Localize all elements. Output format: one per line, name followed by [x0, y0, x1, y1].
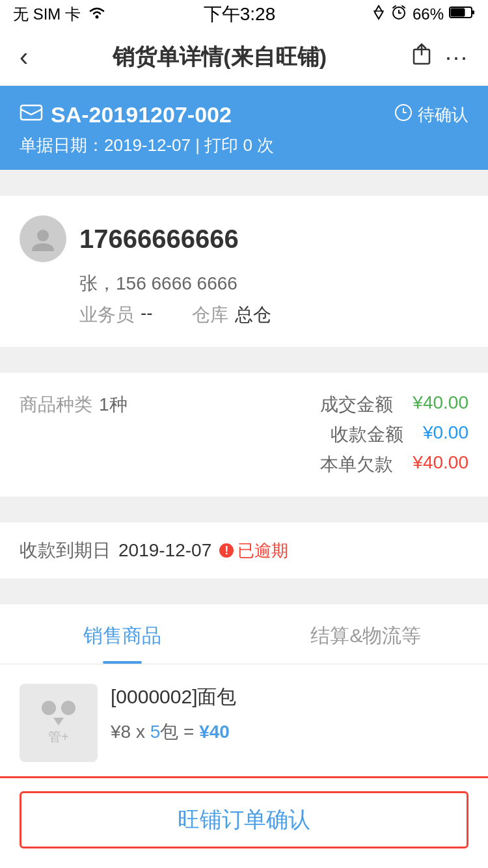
svg-rect-3 [472, 10, 474, 14]
customer-header: 17666666666 [20, 215, 468, 262]
owed-value: ¥40.00 [413, 452, 468, 477]
overdue-icon: ! [219, 543, 234, 558]
confirm-order-button[interactable]: 旺铺订单确认 [20, 791, 468, 848]
received-label: 收款金额 [331, 422, 403, 447]
location-icon [372, 5, 385, 24]
due-date: 2019-12-07 [118, 540, 211, 561]
svg-rect-4 [451, 8, 465, 17]
owed-label: 本单欠款 [320, 452, 393, 477]
avatar [20, 215, 66, 262]
overdue-badge: ! 已逾期 [219, 539, 288, 562]
sim-text: 无 SIM 卡 [13, 4, 81, 25]
svg-point-0 [96, 16, 99, 19]
product-type-label: 商品种类 [20, 392, 92, 417]
product-type-item: 商品种类 1种 [20, 392, 128, 417]
status-clock-icon [394, 103, 413, 126]
product-name: [0000002]面包 [111, 684, 468, 711]
back-button[interactable]: ‹ [20, 42, 28, 72]
product-info: [0000002]面包 ¥8 x 5包 = ¥40 [111, 684, 468, 762]
tab-settlement-logistics[interactable]: 结算&物流等 [244, 604, 488, 664]
battery-percent: 66% [413, 5, 444, 23]
received-row: 收款金额 ¥0.00 [331, 422, 468, 447]
wifi-icon [87, 5, 107, 23]
share-button[interactable] [411, 43, 432, 72]
owed-row: 本单欠款 ¥40.00 [320, 452, 468, 477]
summary-left: 商品种类 1种 [20, 392, 128, 417]
tabs-header: 销售商品 结算&物流等 [0, 604, 488, 664]
tabs-section: 销售商品 结算&物流等 管+ [0000002]面包 ¥8 x [0, 604, 488, 781]
warehouse-item: 仓库 总仓 [192, 303, 271, 327]
order-status: 待确认 [394, 103, 468, 126]
owl-beak [53, 718, 64, 726]
customer-phone: 17666666666 [79, 224, 239, 254]
multiply-x: x [136, 722, 145, 742]
more-button[interactable]: ··· [445, 44, 468, 71]
product-price: ¥8 x 5包 = ¥40 [111, 720, 468, 744]
amount-label: 成交金额 [320, 392, 393, 417]
salesperson-value: -- [141, 303, 153, 327]
qty-value: 5 [150, 722, 161, 742]
overdue-text: 已逾期 [237, 539, 288, 562]
summary-right: 成交金额 ¥40.00 收款金额 ¥0.00 本单欠款 ¥40.00 [320, 392, 468, 477]
order-id-text: SA-20191207-002 [51, 102, 232, 128]
confirm-btn-wrap: 旺铺订单确认 [0, 776, 488, 868]
amount-row: 成交金额 ¥40.00 [320, 392, 468, 417]
due-label: 收款到期日 [20, 538, 111, 563]
product-thumbnail: 管+ [20, 684, 98, 762]
nav-actions: ··· [411, 43, 468, 72]
svg-rect-6 [21, 105, 42, 120]
order-header-top: SA-20191207-002 待确认 [20, 102, 468, 128]
received-value: ¥0.00 [423, 422, 468, 447]
owl-left-eye [42, 701, 56, 715]
svg-point-8 [37, 230, 49, 241]
customer-name-phone: 张，156 6666 6666 [20, 271, 468, 296]
salesperson-label: 业务员 [79, 303, 134, 327]
tab-sales-products[interactable]: 销售商品 [0, 604, 244, 664]
product-logo: 管+ [42, 701, 75, 746]
summary-section: 商品种类 1种 成交金额 ¥40.00 收款金额 ¥0.00 本单欠款 ¥40.… [0, 373, 488, 496]
status-text: 待确认 [418, 103, 468, 126]
product-item: 管+ [0000002]面包 ¥8 x 5包 = ¥40 [0, 664, 488, 781]
salesperson-item: 业务员 -- [79, 303, 153, 327]
owl-text: 管+ [48, 728, 69, 746]
qty-unit: 包 [160, 722, 178, 742]
status-bar-right: 66% [372, 4, 475, 25]
amount-value: ¥40.00 [413, 392, 468, 417]
warehouse-label: 仓库 [192, 303, 228, 327]
equals-sign: = [183, 722, 199, 742]
order-date-line: 单据日期：2019-12-07 | 打印 0 次 [20, 134, 468, 157]
total-value: ¥40 [199, 722, 230, 742]
alarm-icon [390, 4, 407, 25]
warehouse-value: 总仓 [235, 303, 271, 327]
page-title: 销货单详情(来自旺铺) [113, 42, 327, 72]
order-header-banner: SA-20191207-002 待确认 单据日期：2019-12-07 | 打印… [0, 86, 488, 170]
customer-section: 17666666666 张，156 6666 6666 业务员 -- 仓库 总仓 [0, 196, 488, 347]
status-bar: 无 SIM 卡 下午3:28 66% [0, 0, 488, 29]
owl-right-eye [61, 701, 75, 715]
order-id: SA-20191207-002 [20, 102, 232, 128]
due-section: 收款到期日 2019-12-07 ! 已逾期 [0, 522, 488, 578]
battery-icon [449, 5, 475, 23]
price-unit: ¥8 [111, 722, 131, 742]
status-bar-time: 下午3:28 [204, 2, 276, 27]
product-type-value: 1种 [99, 392, 128, 417]
status-bar-left: 无 SIM 卡 [13, 4, 107, 25]
owl-eyes [42, 701, 75, 715]
nav-bar: ‹ 销货单详情(来自旺铺) ··· [0, 29, 488, 86]
customer-meta: 业务员 -- 仓库 总仓 [20, 303, 468, 327]
order-icon [20, 102, 43, 128]
